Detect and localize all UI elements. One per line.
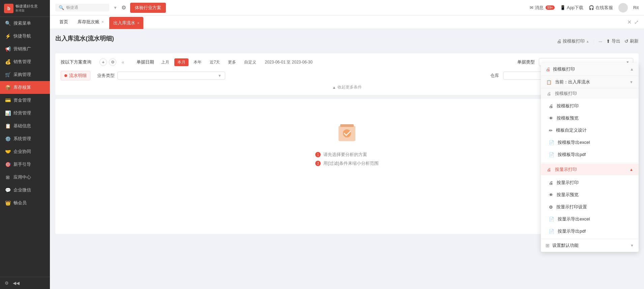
main-content: 🔍 ▼ ⚙ 体验行业方案 ✉ 消息 99+ 📱 App下载 🎧 在线客服 Rit (50, 0, 644, 289)
collapse-more-button[interactable]: ▲ 收起更多条件 (332, 84, 362, 90)
dropdown-item-template-preview[interactable]: 👁 按模板预览 (541, 112, 639, 124)
date-btn-7days[interactable]: 近7天 (207, 58, 223, 66)
sidebar-item-wechat[interactable]: 💬 企业微信 (0, 184, 50, 196)
dropdown-item-template-excel[interactable]: 📄 按模板导出excel (541, 136, 639, 149)
sidebar-item-enterprise[interactable]: 🤝 企业协同 (0, 145, 50, 158)
dropdown-item-display-print[interactable]: 🖨 按显示打印 (541, 177, 639, 189)
filter-add-button[interactable]: + (99, 58, 107, 66)
pdf-icon: 📄 (549, 152, 554, 157)
print-template-button[interactable]: 🖨 按模板打印 ▲ (557, 38, 589, 44)
date-filter-label: 单据日期 (137, 59, 154, 65)
app-logo: b 畅捷通好生意 标准版 (0, 0, 50, 17)
sidebar-item-sales[interactable]: 💰 销售管理 (0, 55, 50, 68)
sidebar-nav: 🔍 搜索菜单 ⚡ 快捷导航 📢 营销推广 💰 销售管理 🛒 采购管理 📦 库存核… (0, 17, 50, 277)
dropdown-footer-default[interactable]: ⊞ 设置默认功能 ▼ (541, 239, 639, 252)
refresh-button[interactable]: ↺ 刷新 (624, 38, 639, 44)
sidebar-item-purchase[interactable]: 🛒 采购管理 (0, 68, 50, 81)
business-type-select[interactable]: ▼ (117, 72, 225, 80)
print-dropdown-arrow[interactable]: ▲ (586, 40, 589, 43)
sidebar-item-label: 营销推广 (13, 46, 31, 52)
sidebar-item-label: 系统管理 (13, 136, 31, 142)
more-options-button[interactable]: ··· (598, 39, 602, 44)
tab-close-flow[interactable]: × (137, 21, 139, 25)
sidebar-item-basic-info[interactable]: 📋 基础信息 (0, 120, 50, 132)
display-preview-icon: 👁 (549, 192, 553, 198)
tab-home[interactable]: 首页 (55, 16, 72, 29)
sidebar-item-label: 经营管理 (13, 110, 31, 116)
sidebar: b 畅捷通好生意 标准版 🔍 搜索菜单 ⚡ 快捷导航 📢 营销推广 💰 销售管理… (0, 0, 50, 289)
footer-arrow: ▼ (630, 243, 634, 247)
tab-close-batch-account[interactable]: × (101, 20, 104, 24)
dropdown-item-template-custom[interactable]: ✏ 模板自定义设计 (541, 124, 639, 136)
filter-collapse-button[interactable]: « (122, 59, 124, 65)
display-pdf-icon: 📄 (549, 229, 554, 234)
tab-batch-account[interactable]: 库存批次账 × (74, 16, 108, 29)
sidebar-item-finance[interactable]: 💳 资金管理 (0, 94, 50, 107)
date-btn-current-month[interactable]: 本月 (174, 58, 188, 66)
dropdown-item-display-print-settings[interactable]: ⚙ 按显示打印设置 (541, 201, 639, 213)
dropdown-item-template-pdf[interactable]: 📄 按模板导出pdf (541, 149, 639, 161)
empty-step-1: 1 请先选择要分析的方案 (315, 152, 378, 158)
empty-illustration (333, 119, 360, 146)
sidebar-item-label: 企业协同 (13, 149, 31, 155)
date-btn-custom[interactable]: 自定义 (241, 58, 259, 66)
sidebar-item-marketing[interactable]: 📢 营销推广 (0, 43, 50, 55)
dropdown-item-display-preview[interactable]: 👁 按显示预览 (541, 189, 639, 201)
filter-tag-flow: 流水明细 (61, 71, 90, 80)
message-button[interactable]: ✉ 消息 99+ (530, 5, 555, 11)
date-btn-more[interactable]: 更多 (225, 58, 239, 66)
filter-actions: + ⚙ (99, 58, 116, 66)
wechat-icon: 💬 (5, 187, 11, 193)
topbar-search-box[interactable]: 🔍 (55, 4, 109, 11)
collapse-up-icon: ▲ (332, 85, 336, 90)
dropdown-collapse-arrow[interactable]: ▲ (630, 67, 634, 72)
warehouse-label: 仓库 (490, 73, 499, 79)
sidebar-item-label: 企业微信 (13, 187, 31, 193)
empty-step-2: 2 用[过滤]条件来缩小分析范围 (315, 160, 378, 166)
topbar-gear-icon[interactable]: ⚙ (121, 4, 126, 11)
dropdown-display-print-header: 🖨 按显示打印 ▲ (541, 164, 639, 175)
phone-icon: 📱 (560, 5, 565, 10)
business-type-arrow: ▼ (218, 74, 222, 78)
industry-solution-button[interactable]: 体验行业方案 (130, 3, 166, 13)
sidebar-settings-btn[interactable]: ⚙ (5, 281, 9, 286)
sidebar-item-guide[interactable]: 🎯 新手引导 (0, 158, 50, 171)
sidebar-collapse-btn[interactable]: ◀◀ (13, 281, 20, 286)
sidebar-item-app-center[interactable]: ⊞ 应用中心 (0, 171, 50, 184)
dropdown-title: 🖨 按模板打印 (546, 66, 575, 72)
sidebar-item-quick-nav[interactable]: ⚡ 快捷导航 (0, 30, 50, 43)
sidebar-item-search[interactable]: 🔍 搜索菜单 (0, 17, 50, 30)
excel-icon: 📄 (549, 140, 554, 145)
filter-settings-button[interactable]: ⚙ (109, 58, 116, 66)
app-download-button[interactable]: 📱 App下载 (560, 5, 583, 11)
page-content: 出入库流水(流水明细) 🖨 按模板打印 ▲ | ··· ⬆ 导出 ↺ 刷新 (50, 29, 644, 289)
handshake-icon: 🤝 (5, 149, 11, 155)
sidebar-item-label: 销售管理 (13, 59, 31, 65)
dropdown-current-template[interactable]: 📋 当前：出入库流水 ▼ (541, 76, 639, 88)
sidebar-item-member[interactable]: 👑 畅会员 (0, 196, 50, 209)
search-icon: 🔍 (59, 5, 64, 10)
search-input[interactable] (66, 5, 100, 10)
tab-flow[interactable]: 出入库流水 × (109, 17, 143, 29)
date-btn-prev-month[interactable]: 上月 (158, 58, 172, 66)
tab-maximize-button[interactable]: ⤢ (634, 19, 639, 25)
sidebar-item-operations[interactable]: 📊 经营管理 (0, 107, 50, 120)
preview-icon: 👁 (549, 116, 553, 121)
sidebar-item-inventory[interactable]: 📦 库存核算 (0, 81, 50, 94)
dropdown-item-template-print[interactable]: 🖨 按模板打印 (541, 100, 639, 112)
topbar-dropdown-icon[interactable]: ▼ (113, 5, 117, 10)
headset-icon: 🎧 (589, 5, 594, 10)
dropdown-item-display-excel[interactable]: 📄 按显示导出excel (541, 213, 639, 225)
dropdown-item-display-pdf[interactable]: 📄 按显示导出pdf (541, 225, 639, 237)
printer-icon: 🖨 (546, 91, 552, 96)
dropdown-print-icon: 🖨 (546, 67, 550, 72)
page-header: 出入库流水(流水明细) 🖨 按模板打印 ▲ | ··· ⬆ 导出 ↺ 刷新 (55, 34, 639, 48)
sidebar-item-label: 畅会员 (13, 200, 27, 206)
user-avatar[interactable] (618, 3, 628, 12)
online-service-button[interactable]: 🎧 在线客服 (589, 5, 613, 11)
sidebar-item-system[interactable]: ⚙️ 系统管理 (0, 132, 50, 145)
export-button[interactable]: ⬆ 导出 (606, 38, 620, 44)
tab-close-button[interactable]: ✕ (627, 19, 632, 25)
date-btn-current-year[interactable]: 本年 (191, 58, 205, 66)
dropdown-template-items: 🖨 按模板打印 👁 按模板预览 ✏ 模板自定义设计 📄 按模板导出excel 📄 (541, 99, 639, 162)
